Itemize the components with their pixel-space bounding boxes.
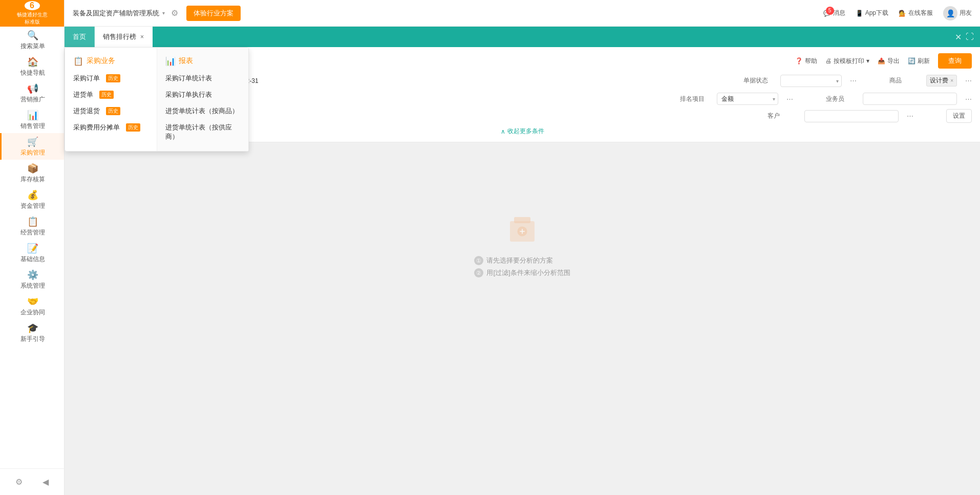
refresh-icon: 🔄 xyxy=(908,57,915,64)
salesperson-input[interactable] xyxy=(863,93,957,105)
history-badge-2: 历史 xyxy=(106,107,120,115)
dropdown-item-report-3[interactable]: 进货单统计表（按供应商） xyxy=(157,119,249,145)
rank-item-select-wrap: 金额 xyxy=(717,93,778,105)
purchase-icon: 🛒 xyxy=(27,136,38,147)
product-tag-close[interactable]: × xyxy=(950,78,953,83)
sidebar-item-newbie[interactable]: 🎓 新手引导 xyxy=(0,319,64,346)
avatar-icon: 👤 xyxy=(943,6,957,20)
export-icon: 📤 xyxy=(878,57,885,64)
sidebar-item-nav[interactable]: 🏠 快捷导航 xyxy=(0,53,64,80)
empty-state: ① 请先选择要分析的方案 ② 用[过滤]条件来缩小分析范围 xyxy=(65,142,980,347)
tab-close-btn[interactable]: ✕ xyxy=(955,32,962,42)
dropdown-report-col: 📊 报表 采购订单统计表 采购订单执行表 进货单统计表（按商品） 进货单统计表（… xyxy=(157,48,249,151)
product-dots[interactable]: ⋯ xyxy=(965,77,972,84)
history-badge-0: 历史 xyxy=(106,74,120,82)
order-status-select[interactable] xyxy=(780,75,842,87)
svg-rect-1 xyxy=(514,217,530,223)
sidebar-navigation: 🔍 搜索菜单 🏠 快捷导航 📢 营销推广 📊 销售管理 🛒 采购管理 📦 库存核… xyxy=(0,27,64,468)
print-icon: 🖨 xyxy=(825,57,832,64)
customer-dots[interactable]: ⋯ xyxy=(907,112,913,120)
dropdown-item-purchase-return[interactable]: 进货退货 历史 xyxy=(65,103,157,119)
sidebar-item-collab[interactable]: 🤝 企业协同 xyxy=(0,293,64,319)
header-settings-icon[interactable]: ⚙ xyxy=(171,8,178,18)
purchase-col-icon: 📋 xyxy=(73,56,83,66)
home-icon: 🏠 xyxy=(27,56,38,68)
collapse-btn[interactable]: ∧ 收起更多条件 xyxy=(501,127,544,136)
sidebar-logo: 6 畅捷通好生意 标准版 xyxy=(0,0,64,27)
dropdown-item-purchase-order[interactable]: 采购订单 历史 xyxy=(65,70,157,87)
message-badge: 5 xyxy=(826,7,834,15)
order-status-label: 单据状态 xyxy=(743,76,774,85)
sidebar: 6 畅捷通好生意 标准版 🔍 搜索菜单 🏠 快捷导航 📢 营销推广 📊 销售管理… xyxy=(0,0,65,495)
dropdown-item-purchase-expense[interactable]: 采购费用分摊单 历史 xyxy=(65,119,157,136)
tab-sales-rank[interactable]: 销售排行榜 × xyxy=(95,27,153,47)
sidebar-item-sales[interactable]: 📊 销售管理 xyxy=(0,106,64,133)
rank-item-select[interactable]: 金额 xyxy=(717,93,778,105)
product-tag: 设计费 × xyxy=(926,75,957,87)
export-btn[interactable]: 📤 导出 xyxy=(878,57,900,66)
sidebar-collapse-btn[interactable]: ◀ xyxy=(42,477,49,487)
logo-subtext: 标准版 xyxy=(25,18,40,26)
customer-input[interactable] xyxy=(804,110,899,122)
newbie-icon: 🎓 xyxy=(27,322,38,334)
basicinfo-icon: 📝 xyxy=(27,243,38,254)
rank-item-dots[interactable]: ⋯ xyxy=(786,95,793,103)
print-dropdown-icon[interactable]: ▾ xyxy=(866,57,869,64)
sidebar-item-basicinfo[interactable]: 📝 基础信息 xyxy=(0,240,64,266)
app-title: 装备及固定资产辅助管理系统 xyxy=(73,9,159,18)
app-download-btn[interactable]: 📱 App下载 xyxy=(856,9,888,17)
customer-label: 客户 xyxy=(768,112,798,120)
tab-fullscreen-btn[interactable]: ⛶ xyxy=(966,32,974,41)
dropdown-item-report-1[interactable]: 采购订单执行表 xyxy=(157,87,249,103)
dropdown-purchase-header: 📋 采购业务 xyxy=(65,54,157,70)
marketing-icon: 📢 xyxy=(27,83,38,94)
header-title-group: 装备及固定资产辅助管理系统 ▾ ⚙ 体验行业方案 xyxy=(73,6,823,21)
industry-btn[interactable]: 体验行业方案 xyxy=(186,6,241,21)
tab-close-icon[interactable]: × xyxy=(140,33,144,40)
online-service-btn[interactable]: 💁 在线客服 xyxy=(899,9,933,17)
filter-settings-btn[interactable]: 设置 xyxy=(946,109,972,123)
inventory-icon: 📦 xyxy=(27,163,38,174)
history-badge-3: 历史 xyxy=(126,123,140,132)
sidebar-item-finance[interactable]: 💰 资金管理 xyxy=(0,186,64,213)
tab-right-controls: ✕ ⛶ xyxy=(955,27,980,47)
tab-home[interactable]: 首页 xyxy=(65,27,95,47)
sidebar-item-business[interactable]: 📋 经营管理 xyxy=(0,213,64,240)
empty-step-2: ② 用[过滤]条件来缩小分析范围 xyxy=(474,268,570,277)
report-col-icon: 📊 xyxy=(165,56,176,66)
order-status-dots[interactable]: ⋯ xyxy=(850,77,857,84)
dropdown-arrow-icon[interactable]: ▾ xyxy=(162,10,165,16)
dropdown-item-purchase-receipt[interactable]: 进货单 历史 xyxy=(65,87,157,103)
sidebar-item-inventory[interactable]: 📦 库存核算 xyxy=(0,160,64,186)
salesperson-label: 业务员 xyxy=(826,95,857,103)
service-icon: 💁 xyxy=(899,10,906,17)
user-menu-btn[interactable]: 👤 用友 xyxy=(943,6,972,20)
salesperson-dots[interactable]: ⋯ xyxy=(965,95,972,103)
dropdown-item-report-0[interactable]: 采购订单统计表 xyxy=(157,70,249,87)
system-icon: ⚙️ xyxy=(27,269,38,281)
message-btn[interactable]: 💬 5 消息 xyxy=(823,9,845,17)
help-btn[interactable]: ❓ 帮助 xyxy=(795,57,817,66)
product-label: 商品 xyxy=(889,76,920,85)
header: 装备及固定资产辅助管理系统 ▾ ⚙ 体验行业方案 💬 5 消息 📱 App下载 … xyxy=(65,0,980,27)
print-btn[interactable]: 🖨 按模板打印 ▾ xyxy=(825,57,869,66)
dropdown-item-report-2[interactable]: 进货单统计表（按商品） xyxy=(157,103,249,119)
history-badge-1: 历史 xyxy=(99,91,114,99)
query-btn[interactable]: 查询 xyxy=(938,53,972,69)
sidebar-item-system[interactable]: ⚙️ 系统管理 xyxy=(0,266,64,293)
sidebar-item-purchase[interactable]: 🛒 采购管理 xyxy=(0,133,64,160)
collapse-icon: ∧ xyxy=(501,128,505,135)
finance-icon: 💰 xyxy=(27,189,38,201)
sidebar-item-search[interactable]: 🔍 搜索菜单 xyxy=(0,27,64,53)
tab-bar: 首页 销售排行榜 × ✕ ⛶ xyxy=(65,27,980,47)
phone-icon: 📱 xyxy=(856,10,863,17)
refresh-btn[interactable]: 🔄 刷新 xyxy=(908,57,930,66)
sidebar-item-marketing[interactable]: 📢 营销推广 xyxy=(0,80,64,106)
rank-item-label: 排名项目 xyxy=(680,95,711,103)
sidebar-bottom: ⚙ ◀ xyxy=(0,468,64,495)
empty-step-1: ① 请先选择要分析的方案 xyxy=(474,256,570,265)
business-icon: 📋 xyxy=(27,216,38,227)
sidebar-settings-btn[interactable]: ⚙ xyxy=(15,477,23,487)
sales-icon: 📊 xyxy=(27,110,38,121)
dropdown-purchase-col: 📋 采购业务 采购订单 历史 进货单 历史 进货退货 历史 采购费用分摊单 历史 xyxy=(65,48,157,151)
